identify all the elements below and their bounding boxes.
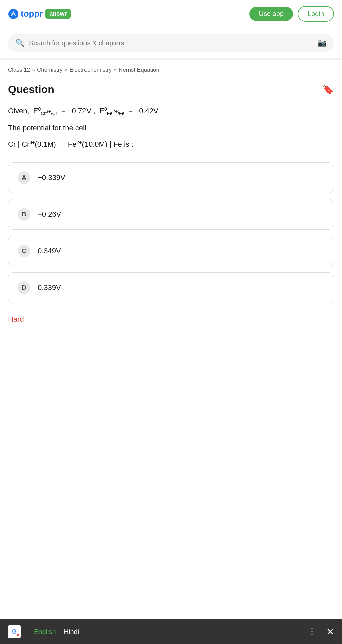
option-b-text: −0.26V <box>38 210 61 219</box>
answr-badge: answr <box>45 9 71 19</box>
breadcrumb-sep-1: » <box>32 67 35 73</box>
option-c-card[interactable]: C 0.349V <box>8 236 334 266</box>
equation-line-1: Given, E0Cr3+/Cr = −0.72V , E0Fe2+/Fe = … <box>8 105 334 117</box>
google-translate: G ▶ <box>8 625 21 638</box>
option-b-card[interactable]: B −0.26V <box>8 199 334 230</box>
breadcrumb: Class 12 » Chemistry » Electrochemistry … <box>0 60 342 77</box>
toppr-wordmark: toppr <box>21 9 43 19</box>
option-a-badge: A <box>18 171 30 184</box>
google-icon: G ▶ <box>8 625 21 638</box>
cell-notation: Cr | Cr3+(0.1M) | | Fe2+(10.0M) | Fe is … <box>8 138 133 150</box>
option-d-card[interactable]: D 0.339V <box>8 272 334 303</box>
breadcrumb-sep-3: » <box>114 67 117 73</box>
header-buttons: Use app Login <box>249 6 334 22</box>
breadcrumb-sep-2: » <box>65 67 68 73</box>
breadcrumb-nernst[interactable]: Nernst Equation <box>119 67 159 73</box>
search-input[interactable] <box>29 39 313 47</box>
camera-icon[interactable]: 📷 <box>318 39 327 47</box>
question-header: Question 🔖 <box>8 83 334 96</box>
option-a-card[interactable]: A −0.339V <box>8 162 334 193</box>
search-container: 🔍 📷 <box>0 28 342 58</box>
search-icon: 🔍 <box>15 39 24 47</box>
e-fe-notation: E0Fe2+/Fe <box>99 105 124 117</box>
login-button[interactable]: Login <box>298 6 334 22</box>
e-cr-value: = −0.72V , <box>59 105 98 117</box>
question-body: Given, E0Cr3+/Cr = −0.72V , E0Fe2+/Fe = … <box>8 105 334 150</box>
cell-notation-line: Cr | Cr3+(0.1M) | | Fe2+(10.0M) | Fe is … <box>8 138 334 150</box>
option-a-text: −0.339V <box>38 173 65 182</box>
question-line2: The potential for the cell <box>8 122 334 134</box>
options-container: A −0.339V B −0.26V C 0.349V D 0.339V <box>8 162 334 303</box>
hindi-lang-button[interactable]: Hindi <box>64 628 88 636</box>
option-c-text: 0.349V <box>38 247 61 255</box>
given-text: Given, <box>8 105 31 117</box>
option-d-text: 0.339V <box>38 283 61 292</box>
use-app-button[interactable]: Use app <box>249 7 293 21</box>
e-cr-notation: E0Cr3+/Cr <box>33 105 57 117</box>
close-icon[interactable]: ✕ <box>326 626 334 637</box>
bottom-bar: G ▶ English Hindi ⋮ ✕ <box>0 619 342 644</box>
bookmark-icon[interactable]: 🔖 <box>322 84 334 95</box>
difficulty-label: Hard <box>8 315 334 324</box>
header: toppr answr Use app Login <box>0 0 342 28</box>
option-d-badge: D <box>18 281 30 294</box>
logo-area: toppr answr <box>8 9 245 19</box>
breadcrumb-electrochemistry[interactable]: Electrochemistry <box>69 67 112 73</box>
breadcrumb-chemistry[interactable]: Chemistry <box>37 67 63 73</box>
more-options-icon[interactable]: ⋮ <box>308 627 316 637</box>
search-bar: 🔍 📷 <box>8 34 334 52</box>
option-c-badge: C <box>18 245 30 257</box>
english-lang-button[interactable]: English <box>34 628 64 636</box>
toppr-arrow-icon <box>8 9 19 19</box>
e-fe-value: = −0.42V <box>126 105 158 117</box>
option-b-badge: B <box>18 208 30 221</box>
main-content: Question 🔖 Given, E0Cr3+/Cr = −0.72V , E… <box>0 77 342 344</box>
breadcrumb-class12[interactable]: Class 12 <box>8 67 30 73</box>
toppr-logo: toppr <box>8 9 43 19</box>
question-title: Question <box>8 83 54 96</box>
